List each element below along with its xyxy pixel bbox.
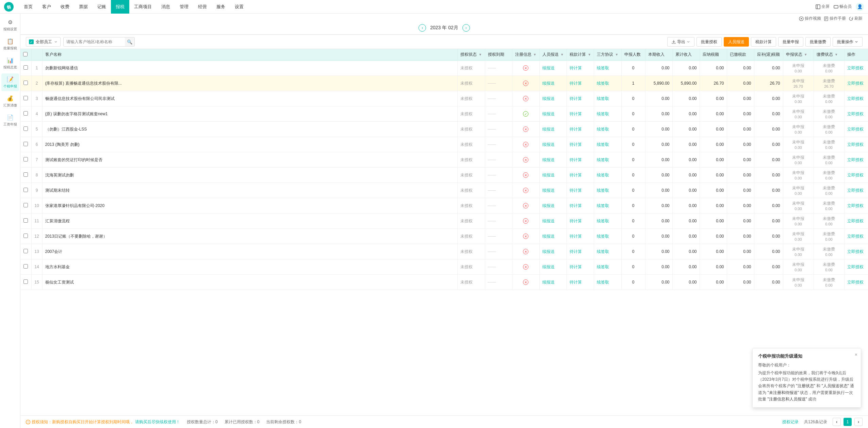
row-agreement[interactable]: 续签取 <box>594 259 621 275</box>
row-person-report[interactable]: 续报送 <box>539 91 567 106</box>
batch-ops-button[interactable]: 批量操作 <box>833 37 863 47</box>
row-person-report[interactable]: 续报送 <box>539 259 567 275</box>
row-person-report[interactable]: 续报送 <box>539 61 567 76</box>
batch-fee-button[interactable]: 批量缴费 <box>805 37 831 47</box>
nav-tax[interactable]: 报税 <box>111 0 129 14</box>
row-agreement[interactable]: 续签取 <box>594 183 621 198</box>
row-name[interactable]: 2013日记账（不要删除哈，谢谢） <box>42 229 458 244</box>
row-checkbox[interactable] <box>23 96 28 100</box>
search-button[interactable]: 🔍 <box>125 37 134 47</box>
row-tax-calc[interactable]: 待计算 <box>567 76 594 91</box>
row-tax-calc[interactable]: 待计算 <box>567 137 594 152</box>
row-agreement[interactable]: 续签取 <box>594 244 621 259</box>
row-checkbox[interactable] <box>23 188 28 192</box>
page-next-btn[interactable]: › <box>854 418 863 426</box>
nav-operation[interactable]: 经营 <box>193 0 212 14</box>
row-tax-calc[interactable]: 待计算 <box>567 229 594 244</box>
nav-invoice[interactable]: 票据 <box>74 0 93 14</box>
row-action[interactable]: 立即授权 <box>844 275 868 290</box>
fullscreen-btn[interactable]: 全屏 <box>816 4 830 10</box>
row-tax-calc[interactable]: 待计算 <box>567 213 594 229</box>
row-agreement[interactable]: 续签取 <box>594 137 621 152</box>
row-action[interactable]: 立即授权 <box>844 244 868 259</box>
row-action[interactable]: 立即授权 <box>844 91 868 106</box>
nav-message[interactable]: 消息 <box>157 0 175 14</box>
user-avatar[interactable]: 👤 <box>856 3 864 11</box>
row-agreement[interactable]: 续签取 <box>594 76 621 91</box>
date-prev-btn[interactable]: ‹ <box>419 24 426 32</box>
row-action[interactable]: 立即授权 <box>844 183 868 198</box>
help-manual-link[interactable]: 操作手册 <box>824 16 846 21</box>
row-tax-calc[interactable]: 待计算 <box>567 91 594 106</box>
row-action[interactable]: 立即授权 <box>844 198 868 213</box>
page-1-btn[interactable]: 1 <box>844 418 852 426</box>
export-button[interactable]: 导出 <box>667 37 694 47</box>
header-reg-info[interactable]: 注册信息 ▼ <box>512 49 539 61</box>
row-person-report[interactable]: 续报送 <box>539 122 567 137</box>
date-next-btn[interactable]: › <box>462 24 470 32</box>
row-checkbox[interactable] <box>23 65 28 70</box>
row-agreement[interactable]: 续签取 <box>594 213 621 229</box>
row-person-report[interactable]: 续报送 <box>539 137 567 152</box>
app-logo[interactable]: 畅 <box>4 2 14 12</box>
auth-record-link[interactable]: 授权记录 <box>782 419 799 425</box>
row-action[interactable]: 立即授权 <box>844 229 868 244</box>
row-agreement[interactable]: 续签取 <box>594 152 621 168</box>
notif-close-btn[interactable]: × <box>855 352 857 357</box>
row-person-report[interactable]: 续报送 <box>539 244 567 259</box>
refresh-btn[interactable]: 刷新 <box>849 16 863 21</box>
row-action[interactable]: 立即授权 <box>844 122 868 137</box>
row-tax-calc[interactable]: 待计算 <box>567 183 594 198</box>
row-checkbox[interactable] <box>23 203 28 207</box>
sidebar-item-batch-tax[interactable]: 📋 批量报税 <box>1 35 19 53</box>
row-name[interactable]: 畅捷通信息技术股份有限公司民非测试 <box>42 91 458 106</box>
header-agreement[interactable]: 三方协议 ▼ <box>594 49 621 61</box>
row-checkbox[interactable] <box>23 172 28 177</box>
row-name[interactable]: 2013 (陶美芳 勿删) <box>42 137 458 152</box>
row-checkbox[interactable] <box>23 81 28 85</box>
nav-service[interactable]: 服务 <box>212 0 230 14</box>
row-checkbox[interactable] <box>23 279 28 284</box>
batch-declare-button[interactable]: 批量申报 <box>778 37 803 47</box>
search-input[interactable] <box>64 39 125 44</box>
row-agreement[interactable]: 续签取 <box>594 122 621 137</box>
row-name[interactable]: 汇算清缴流程 <box>42 213 458 229</box>
row-name[interactable]: (库存核算) 直播畅道通信息技术股份有限... <box>42 76 458 91</box>
row-checkbox[interactable] <box>23 264 28 269</box>
row-name[interactable]: 测试期末结转 <box>42 183 458 198</box>
row-tax-calc[interactable]: 待计算 <box>567 244 594 259</box>
sidebar-item-personal-tax[interactable]: 📝 个税申报 <box>1 73 19 91</box>
row-name[interactable]: （勿删）江西股金-LSS <box>42 122 458 137</box>
row-checkbox[interactable] <box>23 157 28 161</box>
row-action[interactable]: 立即授权 <box>844 152 868 168</box>
row-agreement[interactable]: 续签取 <box>594 198 621 213</box>
row-checkbox[interactable] <box>23 234 28 238</box>
row-tax-calc[interactable]: 待计算 <box>567 152 594 168</box>
auth-link[interactable]: 请购买后尽快续权使用！ <box>135 419 180 425</box>
row-checkbox[interactable] <box>23 142 28 146</box>
row-name[interactable]: 勿删新锐网络通信 <box>42 61 458 76</box>
nav-business[interactable]: 工商项目 <box>129 0 157 14</box>
member-btn[interactable]: 畅会员 <box>834 4 852 10</box>
row-name[interactable]: 杨仙女工资测试 <box>42 275 458 290</box>
row-person-report[interactable]: 续报送 <box>539 229 567 244</box>
sidebar-item-settlement[interactable]: 💰 汇算清缴 <box>1 92 19 110</box>
select-all-checkbox[interactable] <box>23 52 28 56</box>
sidebar-item-tax-overview[interactable]: 📊 报税总览 <box>1 54 19 72</box>
page-prev-btn[interactable]: ‹ <box>833 418 841 426</box>
row-person-report[interactable]: 续报送 <box>539 76 567 91</box>
employee-filter-dropdown[interactable]: ✓ 全部员工 <box>26 37 61 47</box>
row-person-report[interactable]: 续报送 <box>539 168 567 183</box>
row-checkbox[interactable] <box>23 218 28 223</box>
person-report-button[interactable]: 人员报送 <box>724 37 749 47</box>
row-person-report[interactable]: 续报送 <box>539 152 567 168</box>
sidebar-item-tax-settings[interactable]: ⚙ 报税设置 <box>1 16 19 34</box>
header-decl-status[interactable]: 申报状态 ▼ <box>783 49 814 61</box>
row-agreement[interactable]: 续签取 <box>594 275 621 290</box>
nav-manage[interactable]: 管理 <box>175 0 193 14</box>
row-person-report[interactable]: 续报送 <box>539 198 567 213</box>
row-tax-calc[interactable]: 待计算 <box>567 106 594 122</box>
nav-accounting[interactable]: 记账 <box>93 0 111 14</box>
row-agreement[interactable]: 续签取 <box>594 91 621 106</box>
row-agreement[interactable]: 续签取 <box>594 61 621 76</box>
